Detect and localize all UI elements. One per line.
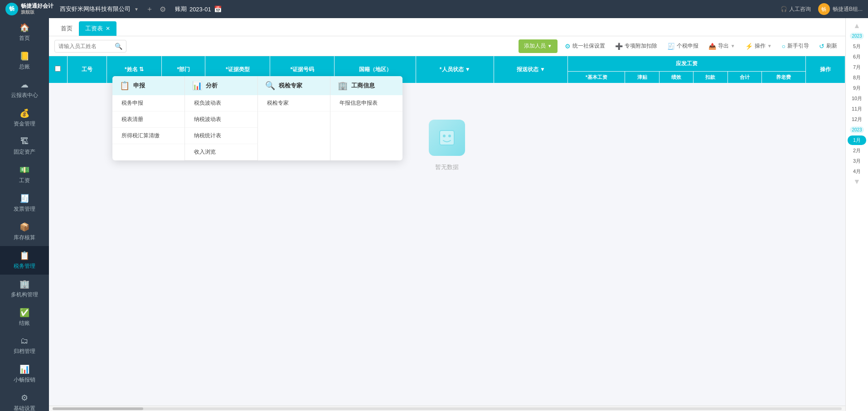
sidebar-label-settle: 结账 [19, 319, 30, 327]
table-subheader-deduction: 扣款 [693, 72, 727, 83]
sidebar-label-fund: 资金管理 [14, 120, 35, 128]
tab-salary-label: 工资表 [85, 24, 103, 33]
tab-salary-table[interactable]: 工资表 ✕ [79, 21, 116, 36]
sidebar-item-tax[interactable]: 📋 税务管理 [0, 246, 49, 275]
dropdown-col-tax-expert: 🔍 税检专家 税检专家 [258, 76, 330, 160]
right-panel-month-1-active[interactable]: 1月 [848, 135, 866, 145]
dropdown-item-tax-declare[interactable]: 税务申报 [112, 95, 184, 111]
service-label: 人工咨询 [789, 5, 811, 13]
sidebar-item-report[interactable]: 📊 小畅报销 [0, 360, 49, 388]
dropdown-item-tax-burden[interactable]: 税负波动表 [185, 95, 257, 111]
dropdown-item-tax-form[interactable]: 税表清册 [112, 111, 184, 128]
period-selector[interactable]: 账期 2023-01 📅 [175, 5, 222, 13]
table-area: 工号 *姓名 ⇅ *部门 *证据类型 *证据号码 国籍（地区） *人员状态 ▼ … [49, 56, 845, 406]
tab-home[interactable]: 首页 [54, 21, 79, 36]
table-header-checkbox[interactable] [49, 56, 67, 83]
sidebar-label-inventory: 库存核算 [14, 234, 35, 242]
sidebar-item-invoice[interactable]: 🧾 发票管理 [0, 189, 49, 218]
table-header-report-status: 报送状态 ▼ [494, 56, 568, 83]
right-panel-month-9[interactable]: 9月 [846, 83, 868, 93]
export-label: 导出 [718, 42, 729, 50]
dropdown-item-tax-wave[interactable]: 纳税波动表 [185, 111, 257, 128]
right-panel-month-12[interactable]: 12月 [846, 114, 868, 125]
tab-close-icon[interactable]: ✕ [106, 25, 110, 32]
sidebar-label-salary: 工资 [19, 177, 30, 184]
settings-icon[interactable]: ⚙ [160, 5, 166, 14]
logo-icon: 畅 [5, 3, 18, 15]
operation-action[interactable]: ⚡ 操作 ▼ [742, 40, 775, 52]
right-panel-month-7[interactable]: 7月 [846, 62, 868, 73]
sidebar-label-home: 首页 [19, 34, 30, 42]
sidebar-label-assets: 固定资产 [14, 148, 35, 156]
tabs-bar: 首页 工资表 ✕ [49, 18, 845, 36]
dropdown-item-income-settle[interactable]: 所得税汇算清缴 [112, 128, 184, 144]
salary-icon: 💵 [19, 165, 29, 175]
topbar-right: 🎧 人工咨询 畅 畅捷通B组... [781, 3, 863, 15]
svg-point-1 [443, 135, 446, 137]
dropdown-item-annual-report[interactable]: 年报信息申报表 [330, 95, 402, 111]
personal-tax-action[interactable]: 🧾 个税申报 [664, 40, 701, 52]
dropdown-header-declaration: 📋 申报 [112, 76, 184, 95]
dropdown-item-tax-stat[interactable]: 纳税统计表 [185, 128, 257, 144]
tax-dropdown-menu: 📋 申报 税务申报 税表清册 所得税汇算清缴 📊 分析 税负波动表 纳税波动表 [112, 76, 402, 160]
service-button[interactable]: 🎧 人工咨询 [781, 5, 811, 13]
dropdown-header-business: 🏢 工商信息 [330, 76, 402, 95]
dropdown-item-tax-check[interactable]: 税检专家 [258, 95, 330, 111]
special-deduct-action[interactable]: ➕ 专项附加扣除 [612, 40, 660, 52]
sidebar: 🏠 首页 📒 总账 ☁ 云报表中心 💰 资金管理 🏗 固定资产 💵 工资 🧾 发… [0, 18, 49, 411]
right-panel-month-6[interactable]: 6月 [846, 52, 868, 62]
tax-expert-header-icon: 🔍 [265, 81, 275, 91]
right-panel-month-10[interactable]: 10月 [846, 93, 868, 104]
user-area[interactable]: 畅 畅捷通B组... [818, 3, 863, 15]
right-panel-month-8[interactable]: 8月 [846, 73, 868, 83]
sidebar-item-cloud[interactable]: ☁ 云报表中心 [0, 75, 49, 104]
sidebar-item-home[interactable]: 🏠 首页 [0, 18, 49, 47]
export-action[interactable]: 📤 导出 ▼ [706, 40, 738, 52]
right-panel-down-icon[interactable]: ▼ [853, 178, 861, 186]
search-box[interactable]: 🔍 [54, 40, 126, 53]
calendar-icon: 📅 [214, 5, 222, 13]
dropdown-item-income-browse[interactable]: 收入浏览 [185, 144, 257, 160]
social-security-label: 统一社保设置 [572, 42, 605, 50]
select-all-checkbox[interactable] [55, 66, 61, 72]
scrollbar-thumb[interactable] [53, 407, 143, 410]
guide-action[interactable]: ○ 新手引导 [779, 40, 812, 52]
refresh-icon: ↺ [819, 43, 824, 50]
sidebar-item-settle[interactable]: ✅ 结账 [0, 303, 49, 332]
right-panel-up-icon[interactable]: ▲ [853, 22, 861, 30]
search-input[interactable] [58, 43, 113, 49]
right-panel-month-4[interactable]: 4月 [846, 166, 868, 177]
add-icon[interactable]: ＋ [146, 5, 153, 14]
sidebar-item-inventory[interactable]: 📦 库存核算 [0, 218, 49, 246]
inventory-icon: 📦 [19, 222, 29, 232]
right-panel-month-3[interactable]: 3月 [846, 156, 868, 166]
dropdown-header-tax-expert: 🔍 税检专家 [258, 76, 330, 95]
main-layout: 🏠 首页 📒 总账 ☁ 云报表中心 💰 资金管理 🏗 固定资产 💵 工资 🧾 发… [0, 18, 868, 411]
sidebar-item-multi[interactable]: 🏢 多机构管理 [0, 275, 49, 303]
table-header-salary-group: 应发工资 [568, 56, 806, 72]
sidebar-item-basic[interactable]: ⚙ 基础设置 [0, 388, 49, 411]
export-chevron-icon: ▼ [731, 44, 735, 48]
sidebar-item-fund[interactable]: 💰 资金管理 [0, 104, 49, 132]
sidebar-item-ledger[interactable]: 📒 总账 [0, 47, 49, 75]
period-value: 2023-01 [189, 6, 211, 13]
sidebar-label-multi: 多机构管理 [11, 291, 38, 299]
right-panel-month-2[interactable]: 2月 [846, 145, 868, 156]
scrollbar-track[interactable] [53, 407, 842, 410]
empty-text: 暂无数据 [435, 163, 459, 171]
sidebar-label-report: 小畅报销 [14, 376, 35, 384]
right-panel-month-5[interactable]: 5月 [846, 41, 868, 52]
tax-icon: 📋 [19, 251, 29, 261]
table-header-person-status: *人员状态 ▼ [416, 56, 494, 83]
company-selector[interactable]: 西安虾米网络科技有限公司 ▼ [60, 5, 139, 13]
avatar: 畅 [818, 3, 830, 15]
refresh-action[interactable]: ↺ 刷新 [816, 40, 840, 52]
app-edition: 旗舰版 [21, 9, 53, 15]
sidebar-item-salary[interactable]: 💵 工资 [0, 160, 49, 189]
right-panel-month-11[interactable]: 11月 [846, 104, 868, 114]
sidebar-item-archive[interactable]: 🗂 归档管理 [0, 332, 49, 360]
add-person-button[interactable]: 添加人员 ▼ [519, 39, 558, 53]
personal-tax-label: 个税申报 [677, 42, 698, 50]
social-security-action[interactable]: ⚙ 统一社保设置 [562, 40, 608, 52]
sidebar-item-assets[interactable]: 🏗 固定资产 [0, 132, 49, 160]
